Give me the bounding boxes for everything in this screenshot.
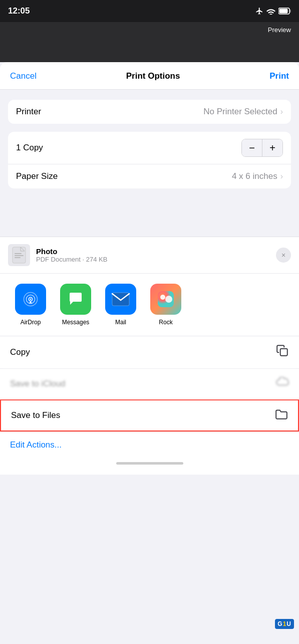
empty-space <box>0 206 299 237</box>
apps-row: AirDrop Messages <box>0 274 299 336</box>
edit-actions: Edit Actions... <box>0 432 299 458</box>
svg-rect-2 <box>279 9 288 14</box>
doc-thumbnail <box>8 244 30 266</box>
airplane-icon <box>255 7 263 15</box>
close-icon: × <box>281 251 285 259</box>
app-item-messages[interactable]: Messages <box>53 284 98 326</box>
svg-point-15 <box>165 296 172 303</box>
doc-meta: PDF Document · 274 KB <box>36 256 107 263</box>
printer-group: Printer No Printer Selected › <box>8 100 291 124</box>
doc-info: Photo PDF Document · 274 KB <box>8 244 107 266</box>
airdrop-icon <box>15 284 46 315</box>
paper-size-row[interactable]: Paper Size 4 x 6 inches › <box>8 164 291 188</box>
home-indicator <box>116 462 183 465</box>
svg-rect-6 <box>15 257 21 258</box>
print-button[interactable]: Print <box>269 71 289 81</box>
copy-label: 1 Copy <box>16 143 43 153</box>
share-sheet: Photo PDF Document · 274 KB × <box>0 237 299 475</box>
action-rows: Copy Save to iCloud S <box>0 336 299 432</box>
rock-icon <box>150 284 181 315</box>
home-indicator-area <box>0 458 299 475</box>
copy-action-label: Copy <box>10 347 30 357</box>
mail-icon <box>105 284 136 315</box>
print-content: Printer No Printer Selected › 1 Copy − +… <box>0 90 299 206</box>
svg-point-10 <box>30 298 31 300</box>
save-files-label: Save to Files <box>11 410 60 420</box>
copy-action-icon <box>276 344 289 360</box>
print-sheet: Cancel Print Options Print Printer No Pr… <box>0 62 299 475</box>
printer-value: No Printer Selected › <box>203 107 283 117</box>
folder-action-icon <box>275 408 288 422</box>
svg-rect-11 <box>112 293 129 306</box>
save-files-action-row[interactable]: Save to Files <box>0 399 299 432</box>
increment-button[interactable]: + <box>262 139 282 156</box>
rock-label: Rock <box>159 319 172 326</box>
app-item-airdrop[interactable]: AirDrop <box>8 284 53 326</box>
printer-row[interactable]: Printer No Printer Selected › <box>8 100 291 124</box>
edit-actions-link[interactable]: Edit Actions... <box>10 440 62 450</box>
preview-label: Preview <box>268 26 291 34</box>
cloud-action-icon <box>276 377 289 391</box>
decrement-button[interactable]: − <box>242 139 262 156</box>
mail-label: Mail <box>115 319 126 326</box>
save-icloud-label: Save to iCloud <box>10 379 66 389</box>
svg-rect-4 <box>15 253 22 254</box>
battery-icon <box>278 8 291 15</box>
sheet-header: Cancel Print Options Print <box>0 62 299 90</box>
doc-name: Photo <box>36 247 107 256</box>
copy-stepper: − + <box>241 139 283 157</box>
airdrop-label: AirDrop <box>21 319 41 326</box>
status-icons <box>255 7 291 15</box>
copy-row: 1 Copy − + <box>8 132 291 164</box>
svg-point-14 <box>160 295 165 300</box>
badge-u: U <box>286 620 291 627</box>
paper-size-chevron: › <box>280 172 283 181</box>
copy-action-row[interactable]: Copy <box>0 336 299 369</box>
cancel-button[interactable]: Cancel <box>10 71 37 81</box>
svg-rect-16 <box>280 349 287 356</box>
printer-chevron: › <box>280 107 283 116</box>
close-button[interactable]: × <box>276 248 291 263</box>
app-item-mail[interactable]: Mail <box>98 284 143 326</box>
paper-size-value: 4 x 6 inches › <box>232 171 283 181</box>
messages-icon <box>60 284 91 315</box>
wifi-icon <box>266 8 275 15</box>
app-item-rock[interactable]: Rock <box>143 284 188 326</box>
doc-text-info: Photo PDF Document · 274 KB <box>36 247 107 263</box>
doc-preview-row: Photo PDF Document · 274 KB × <box>0 237 299 274</box>
status-time: 12:05 <box>8 6 30 16</box>
copy-papersize-group: 1 Copy − + Paper Size 4 x 6 inches › <box>8 132 291 188</box>
svg-rect-1 <box>290 10 291 13</box>
messages-label: Messages <box>62 319 90 326</box>
badge-g: G <box>277 620 282 627</box>
svg-rect-5 <box>15 255 24 256</box>
printer-label: Printer <box>16 107 41 117</box>
gadgets-badge: G1U <box>275 619 294 629</box>
sheet-title: Print Options <box>126 71 180 81</box>
save-icloud-action-row[interactable]: Save to iCloud <box>0 369 299 399</box>
screenshot-preview: Preview <box>0 22 299 62</box>
paper-size-label: Paper Size <box>16 171 58 181</box>
status-bar: 12:05 <box>0 0 299 22</box>
